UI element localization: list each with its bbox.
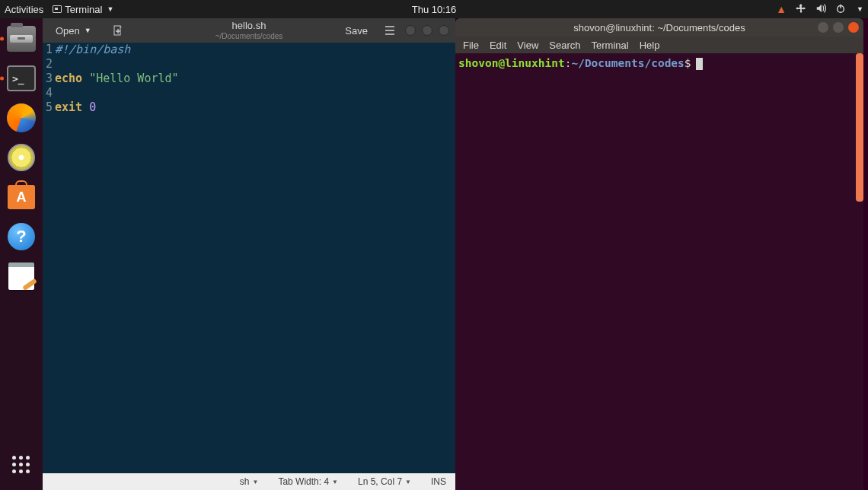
disc-icon <box>8 144 35 171</box>
new-document-icon <box>113 25 123 36</box>
svg-rect-1 <box>114 26 120 35</box>
network-icon[interactable] <box>796 3 806 16</box>
cursor-position[interactable]: Ln 5, Col 7▼ <box>358 476 411 487</box>
open-button[interactable]: Open▼ <box>49 22 98 40</box>
line-gutter: 12345 <box>43 43 53 473</box>
apps-grid-icon <box>12 456 30 474</box>
maximize-button[interactable] <box>422 25 432 36</box>
dock-rhythmbox[interactable] <box>5 142 37 173</box>
code-content[interactable]: #!/bin/bash echo "Hello World" exit 0 <box>53 43 179 473</box>
notepad-icon <box>8 262 34 290</box>
terminal-body[interactable]: shovon@linuxhint:~/Documents/codes$ <box>455 53 863 490</box>
scrollbar-thumb[interactable] <box>856 53 863 202</box>
hamburger-icon <box>385 26 395 35</box>
dock-software[interactable] <box>5 181 37 213</box>
dock-help[interactable]: ? <box>5 221 37 253</box>
dock-terminal[interactable]: >_ <box>5 62 37 94</box>
menu-help[interactable]: Help <box>640 40 660 51</box>
language-selector[interactable]: sh▼ <box>240 476 259 487</box>
power-icon[interactable] <box>835 3 846 16</box>
dock: >_ ? <box>0 18 43 490</box>
gedit-title: hello.sh ~/Documents/codes <box>215 21 283 40</box>
files-icon <box>7 26 36 52</box>
gedit-headerbar: Open▼ hello.sh ~/Documents/codes Save <box>43 18 455 43</box>
menu-terminal[interactable]: Terminal <box>592 40 629 51</box>
help-icon: ? <box>8 223 35 250</box>
new-tab-button[interactable] <box>106 22 130 39</box>
save-button[interactable]: Save <box>338 22 375 40</box>
chevron-down-icon: ▼ <box>107 5 113 13</box>
firefox-icon <box>7 103 36 132</box>
menu-view[interactable]: View <box>517 40 538 51</box>
terminal-cursor <box>696 58 703 70</box>
window-indicator[interactable]: Terminal ▼ <box>53 4 113 15</box>
software-icon <box>8 185 35 209</box>
gedit-statusbar: sh▼ Tab Width: 4▼ Ln 5, Col 7▼ INS <box>43 473 455 490</box>
menu-edit[interactable]: Edit <box>490 40 506 51</box>
tab-width-selector[interactable]: Tab Width: 4▼ <box>278 476 338 487</box>
menu-file[interactable]: File <box>463 40 479 51</box>
minimize-button[interactable] <box>405 25 416 36</box>
dock-text-editor[interactable] <box>5 260 37 292</box>
minimize-button[interactable] <box>818 22 828 33</box>
dock-files[interactable] <box>5 23 37 55</box>
terminal-menubar: File Edit View Search Terminal Help <box>455 37 863 53</box>
activities-button[interactable]: Activities <box>5 4 43 15</box>
terminal-app-icon <box>53 5 62 13</box>
gedit-window: Open▼ hello.sh ~/Documents/codes Save 12… <box>43 18 455 490</box>
terminal-icon: >_ <box>7 65 36 91</box>
top-panel: Activities Terminal ▼ Thu 10:16 ▲ ▼ <box>0 0 868 18</box>
editor-area[interactable]: 12345 #!/bin/bash echo "Hello World" exi… <box>43 43 455 473</box>
show-applications[interactable] <box>5 449 37 481</box>
maximize-button[interactable] <box>833 22 844 33</box>
sound-icon[interactable] <box>815 3 826 16</box>
terminal-window: shovon@linuxhint: ~/Documents/codes File… <box>455 18 863 490</box>
dock-firefox[interactable] <box>5 102 37 134</box>
close-button[interactable] <box>848 22 859 33</box>
update-warning-icon[interactable]: ▲ <box>776 3 787 15</box>
insert-mode: INS <box>431 476 446 487</box>
clock[interactable]: Thu 10:16 <box>412 4 457 15</box>
system-menu-chevron-icon[interactable]: ▼ <box>857 5 863 13</box>
chevron-down-icon: ▼ <box>85 27 91 34</box>
terminal-titlebar[interactable]: shovon@linuxhint: ~/Documents/codes <box>455 18 863 37</box>
menu-search[interactable]: Search <box>549 40 580 51</box>
hamburger-menu-button[interactable] <box>381 23 399 38</box>
close-button[interactable] <box>439 25 449 36</box>
